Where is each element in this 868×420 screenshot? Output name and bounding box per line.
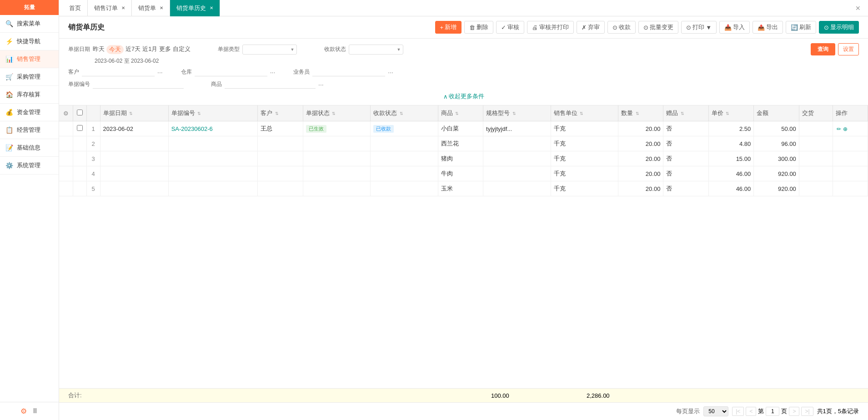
cell-qty: 20.00	[618, 151, 663, 166]
cell-checkbox[interactable]	[73, 151, 86, 166]
show-detail-button[interactable]: ⊙ 显示明细	[819, 21, 859, 34]
last-page-btn[interactable]: >|	[801, 407, 813, 416]
cell-amount: 300.00	[754, 151, 799, 166]
cell-price: 4.80	[708, 136, 753, 151]
staff-input[interactable]	[312, 68, 385, 76]
tab-sales-goods[interactable]: 销货单 ✕	[132, 0, 170, 16]
window-close-btn[interactable]: ✕	[855, 5, 861, 12]
select-all-checkbox[interactable]	[77, 110, 83, 115]
th-spec[interactable]: 规格型号 ⇅	[483, 105, 551, 121]
sidebar-item-finance-mgmt[interactable]: 💰 资金管理	[0, 104, 59, 121]
customer-ellipsis[interactable]: ···	[157, 69, 163, 76]
cell-doc-no[interactable]: SA-20230602-6	[168, 121, 258, 136]
cell-checkbox[interactable]	[73, 181, 86, 196]
tab-sales-goods-close[interactable]: ✕	[160, 0, 163, 16]
customer-input[interactable]	[82, 68, 155, 76]
th-price[interactable]: 单价 ⇅	[708, 105, 753, 121]
audit-print-button[interactable]: 🖨 审核并打印	[527, 21, 574, 34]
batch-change-button[interactable]: ⊙ 批量变更	[638, 21, 678, 34]
th-unit[interactable]: 销售单位 ⇅	[551, 105, 618, 121]
cell-action	[833, 181, 868, 196]
collapse-btn[interactable]: ∧ 收起更多条件	[68, 92, 859, 100]
cell-transaction	[799, 166, 833, 181]
goods-input[interactable]	[225, 80, 316, 89]
page-input[interactable]	[766, 407, 779, 416]
sidebar-bottom-icon2[interactable]: ⏸	[31, 407, 39, 415]
doc-no-input[interactable]	[93, 80, 184, 89]
page-title: 销货单历史	[68, 23, 105, 32]
tab-sales-order-close[interactable]: ✕	[121, 0, 125, 16]
cell-qty: 20.00	[618, 166, 663, 181]
cell-doc-no[interactable]	[168, 166, 258, 181]
cell-checkbox[interactable]	[73, 136, 86, 151]
page-size-select[interactable]: 50 20 100	[703, 406, 728, 416]
th-doc-no[interactable]: 单据编号 ⇅	[168, 105, 258, 121]
sidebar-item-label: 资金管理	[17, 108, 40, 116]
sidebar-item-purchase-mgmt[interactable]: 🛒 采购管理	[0, 68, 59, 86]
refresh-button[interactable]: 🔄 刷新	[786, 21, 816, 34]
th-gift[interactable]: 赠品 ⇅	[663, 105, 708, 121]
warehouse-ellipsis[interactable]: ···	[270, 69, 276, 76]
cell-doc-no[interactable]	[168, 136, 258, 151]
sidebar: 拓量 🔍 搜索菜单 ⚡ 快捷导航 📊 销售管理 🛒 采购管理 🏠 库存核算 💰 …	[0, 0, 59, 420]
staff-ellipsis[interactable]: ···	[388, 69, 393, 76]
th-payment-status[interactable]: 收款状态 ⇅	[371, 105, 438, 121]
next-page-btn[interactable]: >	[789, 407, 799, 416]
sidebar-item-basic-info[interactable]: 📝 基础信息	[0, 139, 59, 157]
tab-sales-history[interactable]: 销货单历史 ✕	[170, 0, 220, 16]
shortcut-custom[interactable]: 自定义	[173, 45, 191, 54]
tab-home[interactable]: 首页	[63, 0, 88, 16]
audit-button[interactable]: ✓ 审核	[496, 21, 524, 34]
sidebar-item-quick-nav[interactable]: ⚡ 快捷导航	[0, 33, 59, 50]
receive-button[interactable]: ⊙ 收款	[607, 21, 636, 34]
cell-checkbox[interactable]	[73, 166, 86, 181]
cell-checkbox[interactable]	[73, 121, 86, 136]
th-doc-date[interactable]: 单据日期 ⇅	[100, 105, 168, 121]
query-button[interactable]: 查询	[811, 43, 835, 55]
action-btn-复制[interactable]: ⊕	[843, 126, 848, 132]
doc-type-select[interactable]	[242, 45, 297, 55]
cell-price: 2.50	[708, 121, 753, 136]
tab-sales-history-close[interactable]: ✕	[210, 0, 213, 16]
th-qty[interactable]: 数量 ⇅	[618, 105, 663, 121]
th-goods[interactable]: 商品 ⇅	[438, 105, 483, 121]
payment-status-select[interactable]	[349, 45, 403, 55]
page-size-label: 每页显示	[676, 407, 700, 415]
warehouse-input[interactable]	[195, 68, 267, 76]
cell-amount: 920.00	[754, 181, 799, 196]
first-page-btn[interactable]: |<	[732, 407, 744, 416]
shortcut-yesterday[interactable]: 昨天	[93, 45, 105, 54]
shortcut-today[interactable]: 今天	[106, 45, 124, 54]
prev-page-btn[interactable]: <	[746, 407, 756, 416]
th-doc-status[interactable]: 单据状态 ⇅	[303, 105, 371, 121]
action-btn-编辑[interactable]: ✏	[837, 126, 841, 132]
row-checkbox[interactable]	[77, 125, 83, 131]
shortcut-more[interactable]: 更多	[159, 45, 171, 54]
sidebar-item-label: 库存核算	[17, 90, 40, 99]
new-button[interactable]: + 新增	[435, 21, 462, 34]
tab-sales-order[interactable]: 销售订单 ✕	[88, 0, 132, 16]
export-button[interactable]: 📤 导出	[753, 21, 783, 34]
goods-ellipsis[interactable]: ···	[318, 81, 324, 88]
sidebar-item-search-menu[interactable]: 🔍 搜索菜单	[0, 15, 59, 33]
goods-label: 商品	[211, 80, 222, 88]
sidebar-item-inventory[interactable]: 🏠 库存核算	[0, 86, 59, 104]
settings-button[interactable]: 设置	[838, 43, 859, 55]
th-gear[interactable]: ⚙	[59, 105, 73, 121]
shortcut-last1month[interactable]: 近1月	[142, 45, 157, 54]
shortcut-last7days[interactable]: 近7天	[125, 45, 140, 54]
sidebar-bottom-icon1[interactable]: ⚙	[20, 407, 27, 415]
delete-button[interactable]: 🗑 删除	[464, 21, 493, 34]
cell-amount: 920.00	[754, 166, 799, 181]
cell-doc-no[interactable]	[168, 151, 258, 166]
import-button[interactable]: 📥 导入	[719, 21, 750, 34]
sidebar-item-system-mgmt[interactable]: ⚙️ 系统管理	[0, 157, 59, 175]
sidebar-item-sales-mgmt[interactable]: 📊 销售管理	[0, 50, 59, 68]
cell-doc-no[interactable]	[168, 181, 258, 196]
th-transaction: 交货	[799, 105, 833, 121]
cell-transaction	[799, 136, 833, 151]
sidebar-item-ops-mgmt[interactable]: 📋 经营管理	[0, 121, 59, 139]
th-customer[interactable]: 客户 ⇅	[258, 105, 303, 121]
print-button[interactable]: ⊙ 打印 ▼	[681, 21, 717, 34]
abandon-button[interactable]: ✗ 弃审	[577, 21, 605, 34]
